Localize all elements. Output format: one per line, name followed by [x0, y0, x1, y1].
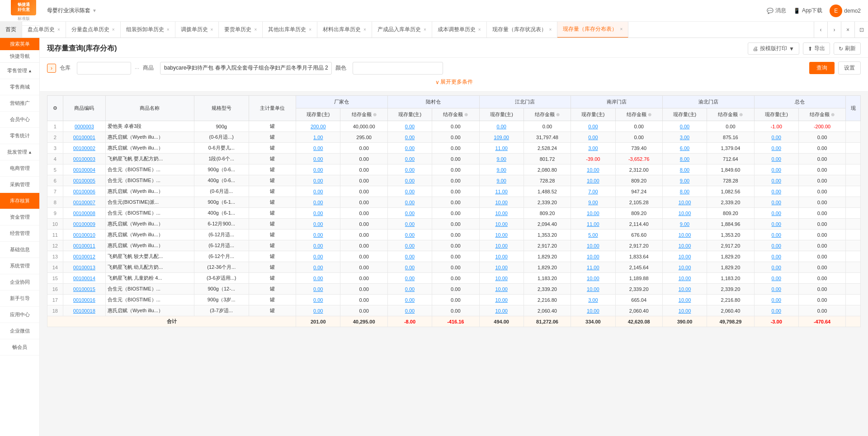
cell[interactable]: 11.00: [571, 219, 615, 230]
product-code[interactable]: 00100014: [63, 273, 105, 284]
refresh-btn[interactable]: ↻ 刷新: [834, 42, 861, 55]
sidebar-item-wholesale[interactable]: 批发管理 ▲: [0, 144, 39, 160]
cell[interactable]: 0.00: [296, 208, 340, 219]
cell[interactable]: 0.00: [296, 175, 340, 186]
tab-close-icon[interactable]: ×: [112, 27, 115, 32]
cell[interactable]: 0.00: [296, 273, 340, 284]
tab-home[interactable]: 首页: [0, 22, 22, 38]
tab-close-icon[interactable]: ×: [478, 27, 481, 32]
cell[interactable]: 0.00: [296, 143, 340, 154]
cell[interactable]: 9.00: [479, 175, 524, 186]
tab-close-icon[interactable]: ×: [167, 27, 170, 32]
cell[interactable]: 0.00: [387, 219, 432, 230]
cell[interactable]: 0.00: [296, 154, 340, 164]
setting-btn[interactable]: 设置: [838, 61, 861, 75]
cell[interactable]: 9.00: [479, 164, 524, 175]
cell[interactable]: 0.00: [754, 197, 798, 208]
cell[interactable]: 0.00: [387, 208, 432, 219]
sidebar-item-member-center[interactable]: 会员中心: [0, 112, 39, 128]
cell[interactable]: 10.00: [479, 240, 524, 251]
cell[interactable]: 0.00: [296, 230, 340, 240]
cell[interactable]: 10.00: [662, 251, 707, 262]
product-code[interactable]: 00100002: [63, 143, 105, 154]
tab-prev-btn[interactable]: ‹: [814, 22, 827, 38]
cell[interactable]: 0.00: [387, 143, 432, 154]
cell[interactable]: 5.00: [571, 230, 615, 240]
cell[interactable]: 8.00: [662, 164, 707, 175]
cell[interactable]: 10.00: [479, 219, 524, 230]
cell[interactable]: 0.00: [571, 132, 615, 143]
tab-3[interactable]: 组装拆卸单历史 ×: [121, 22, 175, 38]
cell[interactable]: 0.00: [754, 240, 798, 251]
sidebar-item-vip[interactable]: 畅会员: [0, 339, 39, 356]
company-selector[interactable]: 母婴行业演示陈套 ▼: [43, 7, 97, 14]
cell[interactable]: 0.00: [754, 208, 798, 219]
cell[interactable]: 0.00: [387, 262, 432, 273]
tab-close-icon[interactable]: ×: [549, 27, 552, 32]
product-code[interactable]: 00100004: [63, 164, 105, 175]
cell[interactable]: 0.00: [754, 186, 798, 197]
cell[interactable]: 8.00: [662, 186, 707, 197]
warehouse-input[interactable]: [77, 62, 131, 75]
cell[interactable]: 10.00: [479, 273, 524, 284]
cell[interactable]: 3.00: [662, 132, 707, 143]
cell[interactable]: 7.00: [571, 186, 615, 197]
cell[interactable]: 10.00: [571, 305, 615, 316]
cell[interactable]: 0.00: [387, 273, 432, 284]
product-code[interactable]: 00100010: [63, 230, 105, 240]
cell[interactable]: 3.00: [571, 143, 615, 154]
tab-close-icon[interactable]: ×: [363, 27, 366, 32]
cell[interactable]: 0.00: [387, 251, 432, 262]
sidebar-item-marketing[interactable]: 营销推广: [0, 95, 39, 112]
tab-6[interactable]: 其他出库单历史 ×: [263, 22, 317, 38]
tab-close-icon[interactable]: ×: [620, 27, 623, 32]
product-code[interactable]: 0000003: [63, 121, 105, 132]
cell[interactable]: 9.00: [479, 154, 524, 164]
cell[interactable]: 10.00: [479, 305, 524, 316]
cell[interactable]: 10.00: [479, 230, 524, 240]
color-input[interactable]: [353, 62, 443, 75]
tab-expand-btn[interactable]: ⊡: [854, 22, 868, 38]
print-btn[interactable]: 🖨 按模版打印 ▼: [748, 42, 799, 55]
product-code[interactable]: 00100011: [63, 240, 105, 251]
sidebar-item-retail-stats[interactable]: 零售统计: [0, 128, 39, 144]
cell[interactable]: 0.00: [387, 175, 432, 186]
cell[interactable]: 10.00: [571, 175, 615, 186]
tab-close-icon[interactable]: ×: [211, 27, 213, 32]
export-btn[interactable]: ⬆ 导出: [803, 42, 830, 55]
tab-1[interactable]: 盘点单历史 ×: [22, 22, 66, 38]
cell[interactable]: -1.00: [754, 121, 798, 132]
sidebar-item-weixin[interactable]: 企业微信: [0, 323, 39, 339]
cell[interactable]: 0.00: [754, 230, 798, 240]
cell[interactable]: 0.00: [387, 164, 432, 175]
product-code[interactable]: 00100006: [63, 186, 105, 197]
cell[interactable]: 0.00: [296, 251, 340, 262]
sidebar-item-app-center[interactable]: 应用中心: [0, 307, 39, 323]
cell[interactable]: 0.00: [387, 305, 432, 316]
cell[interactable]: 0.00: [754, 175, 798, 186]
cell[interactable]: 10.00: [479, 295, 524, 305]
tab-close-icon[interactable]: ×: [254, 27, 257, 32]
message-btn[interactable]: 💬 消息: [767, 7, 786, 14]
tab-close-all-btn[interactable]: ×: [841, 22, 854, 38]
cell[interactable]: 0.00: [387, 230, 432, 240]
query-btn[interactable]: 查询: [809, 62, 835, 74]
cell[interactable]: 0.00: [754, 219, 798, 230]
cell[interactable]: 0.00: [387, 154, 432, 164]
cell[interactable]: 200.00: [296, 121, 340, 132]
cell[interactable]: 0.00: [754, 284, 798, 295]
cell[interactable]: 10.00: [479, 251, 524, 262]
cell[interactable]: 0.00: [387, 240, 432, 251]
cell[interactable]: 10.00: [571, 240, 615, 251]
tab-4[interactable]: 调拨单历史 ×: [175, 22, 219, 38]
cell[interactable]: 3.00: [571, 295, 615, 305]
cell[interactable]: 1.00: [296, 132, 340, 143]
cell[interactable]: 109.00: [479, 132, 524, 143]
cell[interactable]: 10.00: [662, 208, 707, 219]
cell[interactable]: 0.00: [296, 284, 340, 295]
sidebar-search[interactable]: 搜索英单: [0, 38, 39, 50]
cell[interactable]: 10.00: [571, 208, 615, 219]
cell[interactable]: 0.00: [296, 186, 340, 197]
product-code[interactable]: 00100005: [63, 175, 105, 186]
tab-7[interactable]: 材料出库单历史 ×: [317, 22, 372, 38]
